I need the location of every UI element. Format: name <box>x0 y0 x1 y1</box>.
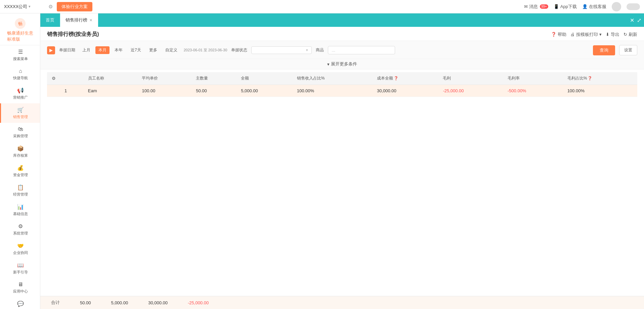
goods-filter-input[interactable]: ... <box>328 46 395 54</box>
row-settings-cell <box>47 85 60 97</box>
sidebar-label-search-order: 搜索菜单 <box>13 56 28 61</box>
sidebar-item-inventory[interactable]: 📦 库存核算 <box>0 142 40 161</box>
col-settings[interactable]: ⚙ <box>47 72 60 85</box>
table-footer: 合计 50.00 5,000.00 30,000.00 -25,000.00 <box>40 296 644 309</box>
tab-sales-ranking[interactable]: 销售排行榜 ✕ <box>60 13 98 27</box>
sidebar-label-inventory: 库存核算 <box>13 153 28 158</box>
tab-window-close-icon[interactable]: ✕ <box>630 17 634 23</box>
svg-text:畅: 畅 <box>18 21 22 26</box>
expand-more-label: 展开更多条件 <box>331 61 357 67</box>
user-name-placeholder[interactable] <box>627 3 640 10</box>
date-chip-current-month[interactable]: 本月 <box>95 46 110 54</box>
sidebar-label-marketing: 营销推广 <box>13 95 28 100</box>
sidebar-label-finance: 资金管理 <box>13 172 28 177</box>
tab-home[interactable]: 首页 <box>40 13 60 27</box>
refresh-btn[interactable]: ↻ 刷新 <box>624 32 637 38</box>
refresh-icon: ↻ <box>624 32 627 37</box>
sidebar-item-wechat[interactable]: 💬 企业微信 <box>0 297 40 309</box>
sidebar-icon-collab: 🤝 <box>17 243 24 249</box>
table-body: 1 Eam 100.00 50.00 5,000.00 100.00% 30,0… <box>47 85 637 97</box>
table-settings-icon[interactable]: ⚙ <box>52 76 56 81</box>
row-profit: -25,000.00 <box>439 85 503 97</box>
tab-bar: 首页 销售排行榜 ✕ ✕ ⤢ <box>40 13 644 27</box>
sidebar-label-purchase: 采购管理 <box>13 134 28 139</box>
date-chip-last-month[interactable]: 上月 <box>79 46 93 54</box>
message-item[interactable]: ✉ 消息 99+ <box>524 4 548 10</box>
expand-more-bar[interactable]: ▾ 展开更多条件 <box>47 59 637 69</box>
sidebar-item-quick-nav[interactable]: ⌂ 快捷导航 <box>0 65 40 84</box>
col-sales-pct: 销售收入占比% <box>293 72 373 85</box>
footer-profit: -25,000.00 <box>188 300 209 305</box>
sidebar-item-collab[interactable]: 🤝 企业协同 <box>0 239 40 259</box>
col-name: 员工名称 <box>84 72 138 85</box>
app-download-item[interactable]: 📱 App下载 <box>554 4 577 10</box>
help-btn[interactable]: ❓ 帮助 <box>551 32 566 38</box>
sidebar-icon-finance: 💰 <box>17 165 24 171</box>
tab-close-icon[interactable]: ✕ <box>89 18 92 22</box>
export-btn[interactable]: ⬇ 导出 <box>606 32 619 38</box>
filter-expand-arrow[interactable]: ▶ <box>47 46 55 54</box>
footer-quantity: 50.00 <box>80 300 91 305</box>
col-quantity: 主数量 <box>192 72 237 85</box>
sidebar-item-guide[interactable]: 📖 新手引导 <box>0 259 40 278</box>
sidebar-item-system[interactable]: ⚙ 系统管理 <box>0 220 40 239</box>
date-chip-more[interactable]: 更多 <box>146 46 160 54</box>
try-btn[interactable]: 体验行业方案 <box>57 2 92 11</box>
col-cost: 成本全额❓ <box>373 72 439 85</box>
date-chip-custom[interactable]: 自定义 <box>162 46 180 54</box>
col-amount: 全额 <box>237 72 293 85</box>
status-filter-label: 单据状态 <box>231 47 247 53</box>
tab-window-expand-icon[interactable]: ⤢ <box>637 17 641 23</box>
filter-bar: ▶ 单据日期 上月 本月 本年 近7天 更多 自定义 2023-06-01 至 … <box>40 41 644 69</box>
col-profit-pct: 毛利占比%❓ <box>563 72 637 85</box>
cost-help-icon[interactable]: ❓ <box>394 76 398 80</box>
sidebar-item-apps[interactable]: 🖥 应用中心 <box>0 278 40 297</box>
tab-right-actions: ✕ ⤢ <box>630 17 644 23</box>
avatar[interactable] <box>612 2 621 11</box>
sidebar-label-collab: 企业协同 <box>13 250 28 255</box>
online-service-item[interactable]: 👤 在线客服 <box>582 4 606 10</box>
page-header: 销售排行榜(按业务员) ❓ 帮助 🖨 按模板打印 ▾ ⬇ 导出 <box>40 27 644 41</box>
table-wrapper: ⚙ 员工名称 平均单价 主数量 全额 销售收入占比% 成本全额❓ 毛利 <box>40 69 644 296</box>
date-filter-chips: 上月 本月 本年 近7天 更多 自定义 2023-06-01 至 2023-06… <box>79 46 227 54</box>
sidebar-item-operations[interactable]: 📋 经营管理 <box>0 181 40 200</box>
top-right-actions: ✉ 消息 99+ 📱 App下载 👤 在线客服 <box>524 2 640 11</box>
tab-home-label: 首页 <box>46 17 54 23</box>
sidebar-icon-inventory: 📦 <box>17 145 24 152</box>
company-settings-icon[interactable]: ⚙ <box>48 4 53 10</box>
sidebar-label-operations: 经营管理 <box>13 192 28 197</box>
sidebar-item-search-order[interactable]: ☰ 搜索菜单 <box>0 45 40 65</box>
message-badge: 99+ <box>540 4 548 9</box>
service-icon: 👤 <box>582 4 588 9</box>
message-label: 消息 <box>529 4 538 10</box>
goods-placeholder: ... <box>332 48 335 53</box>
company-selector[interactable]: XXXXX公司 ▾ <box>4 4 44 10</box>
filter-settings-btn[interactable]: 设置 <box>619 45 637 55</box>
sidebar-item-purchase[interactable]: 🛍 采购管理 <box>0 123 40 142</box>
content-area: 首页 销售排行榜 ✕ ✕ ⤢ 销售排行榜(按业务员) ❓ 帮助 <box>40 13 644 309</box>
app-download-label: App下载 <box>560 4 577 10</box>
sidebar-icon-marketing: 📢 <box>17 87 24 94</box>
company-name: XXXXX公司 <box>4 4 27 10</box>
sidebar-logo: 畅 畅康通好生意 标准版 <box>0 13 40 45</box>
row-cost: 30,000.00 <box>373 85 439 97</box>
query-btn[interactable]: 查询 <box>593 45 615 55</box>
export-label: 导出 <box>611 32 619 38</box>
profit-pct-help-icon[interactable]: ❓ <box>588 76 592 80</box>
date-chip-last-7[interactable]: 近7天 <box>128 46 144 54</box>
status-filter-select[interactable]: ▾ <box>251 46 312 54</box>
sidebar-item-finance[interactable]: 💰 资金管理 <box>0 161 40 181</box>
message-icon: ✉ <box>524 4 528 9</box>
print-btn[interactable]: 🖨 按模板打印 ▾ <box>570 32 602 38</box>
sidebar-icon-system: ⚙ <box>18 223 23 229</box>
refresh-label: 刷新 <box>629 32 637 38</box>
goods-filter-label: 商品 <box>316 47 324 53</box>
date-range-text: 2023-06-01 至 2023-06-30 <box>184 48 227 53</box>
date-chip-current-year[interactable]: 本年 <box>112 46 126 54</box>
tab-sales-ranking-label: 销售排行榜 <box>66 17 87 23</box>
sidebar-item-marketing[interactable]: 📢 营销推广 <box>0 84 40 103</box>
sidebar-icon-sales: 🛒 <box>17 107 24 113</box>
expand-chevron-icon: ▾ <box>327 62 330 67</box>
sidebar-item-basic-info[interactable]: 📊 基础信息 <box>0 200 40 220</box>
sidebar-item-sales[interactable]: 🛒 销售管理 <box>0 103 40 123</box>
